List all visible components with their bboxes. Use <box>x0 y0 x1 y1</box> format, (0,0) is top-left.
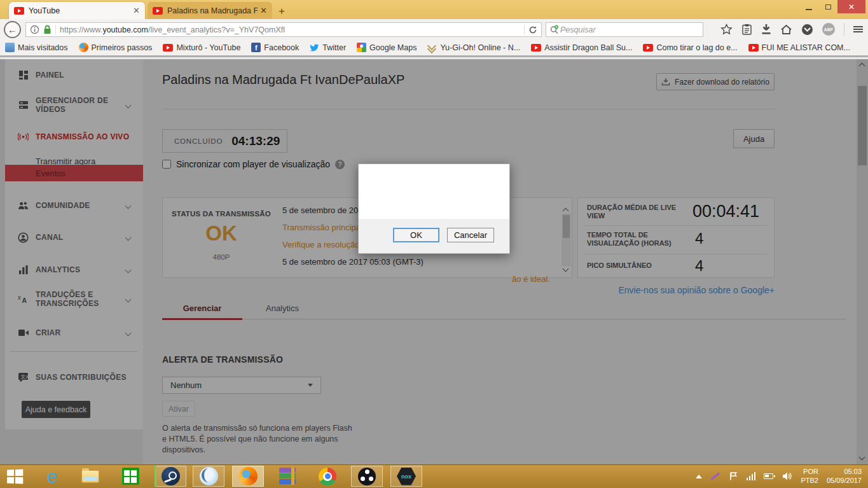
taskbar-obs-studio[interactable] <box>351 466 383 487</box>
tab-title: Paladins na Madrugada Ft Iv <box>167 6 258 15</box>
reload-icon[interactable] <box>528 25 537 34</box>
dialog-footer: OK Cancelar <box>359 219 509 253</box>
chrome-icon <box>319 468 336 485</box>
daemon-tools-icon <box>200 467 218 485</box>
bookmarks-bar: Mais visitados Primeiros passos Mixturô … <box>0 39 868 57</box>
tab-close-icon[interactable]: ✕ <box>133 6 140 15</box>
home-icon[interactable] <box>780 24 792 35</box>
tab-close-icon[interactable]: ✕ <box>260 6 267 15</box>
urlbar-separator <box>55 25 56 34</box>
new-tab-button[interactable]: + <box>279 5 285 18</box>
search-icon[interactable] <box>549 25 560 34</box>
yugioh-icon <box>427 43 437 52</box>
bookmarks-list-icon[interactable] <box>741 24 752 36</box>
windows-store-icon <box>122 468 139 485</box>
language-indicator[interactable]: POR PTB2 <box>801 468 818 485</box>
browser-titlebar: YouTube ✕ Paladins na Madrugada Ft Iv ✕ … <box>0 0 868 19</box>
pen-tray-icon[interactable] <box>710 475 720 477</box>
url-scheme: https://www. <box>60 25 102 34</box>
taskbar-windows-store[interactable] <box>114 466 146 487</box>
most-visited-icon <box>5 43 15 52</box>
twitter-icon <box>310 43 319 52</box>
battery-icon[interactable] <box>764 473 773 479</box>
volume-icon[interactable] <box>782 471 792 481</box>
network-signal-icon[interactable] <box>747 472 756 480</box>
youtube-favicon-icon <box>153 7 163 15</box>
browser-tab-youtube[interactable]: YouTube ✕ <box>9 2 145 19</box>
bookmark-mais-visitados[interactable]: Mais visitados <box>5 43 68 52</box>
bookmark-star-icon[interactable] <box>720 24 733 36</box>
navbar-icons: ABP <box>720 19 863 39</box>
restore-button[interactable] <box>818 0 837 14</box>
winrar-icon <box>279 468 296 485</box>
close-button[interactable]: ✕ <box>837 0 865 13</box>
browser-tab-paladins[interactable]: Paladins na Madrugada Ft Iv ✕ <box>148 2 272 19</box>
bookmark-facebook[interactable]: fFacebook <box>251 43 299 52</box>
urlbar-separator <box>524 25 525 34</box>
bookmark-fui-me-alistar[interactable]: FUI ME ALISTAR COM... <box>748 43 850 52</box>
search-box[interactable] <box>546 22 703 37</box>
clock[interactable]: 05:03 05/09/2017 <box>827 468 862 485</box>
taskbar-nox-player[interactable]: nox <box>390 466 422 487</box>
screen: YouTube ✕ Paladins na Madrugada Ft Iv ✕ … <box>0 0 868 488</box>
bookmark-dragon-ball[interactable]: Assistir Dragon Ball Su... <box>531 43 632 52</box>
modal-dim-overlay <box>0 59 868 464</box>
bookmark-google-maps[interactable]: Google Maps <box>357 43 417 52</box>
facebook-icon: f <box>251 43 261 52</box>
taskbar-chrome[interactable] <box>312 466 343 487</box>
window-controls: ✕ <box>799 0 865 14</box>
youtube-icon <box>163 44 173 52</box>
obs-studio-icon <box>358 468 376 485</box>
steam-icon <box>162 467 180 485</box>
youtube-icon <box>748 44 759 52</box>
back-button[interactable]: ← <box>4 21 21 38</box>
youtube-favicon-icon <box>14 7 24 15</box>
hidden-icons-chevron-icon[interactable] <box>696 475 702 478</box>
youtube-icon <box>531 44 541 52</box>
confirm-dialog: OK Cancelar <box>358 164 510 254</box>
taskbar-internet-explorer[interactable]: e <box>36 466 68 487</box>
bookmark-como-tirar-lag[interactable]: Como tirar o lag do e... <box>643 43 737 52</box>
cancel-button[interactable]: Cancelar <box>447 228 494 242</box>
url-domain: youtube.com <box>102 25 148 34</box>
firefox-icon <box>239 467 258 485</box>
url-bar[interactable]: https://www.youtube.com/live_event_analy… <box>25 22 542 37</box>
url-path: /live_event_analytics?v=_YhV7QomXfl <box>148 25 285 34</box>
bookmark-twitter[interactable]: Twitter <box>310 43 346 52</box>
internet-explorer-icon: e <box>47 467 58 486</box>
start-button[interactable] <box>7 469 23 484</box>
taskbar-file-explorer[interactable] <box>74 466 106 487</box>
tab-title: YouTube <box>29 6 130 15</box>
adblock-icon[interactable]: ABP <box>822 23 835 36</box>
firefox-icon <box>79 43 88 52</box>
nox-player-icon: nox <box>397 468 416 485</box>
ok-button[interactable]: OK <box>393 228 439 242</box>
bookmark-mixturo-youtube[interactable]: Mixturô - YouTube <box>163 43 240 52</box>
bookmark-yugioh[interactable]: Yu-Gi-Oh! Online - N... <box>427 43 520 52</box>
taskbar-daemon-tools[interactable] <box>193 466 224 487</box>
page-content: PAINEL GERENCIADOR DE VÍDEOS TRANSMISSÃO… <box>0 59 868 464</box>
taskbar-winrar[interactable] <box>272 466 303 487</box>
file-explorer-icon <box>81 470 99 483</box>
action-center-flag-icon[interactable] <box>729 471 738 481</box>
system-tray: POR PTB2 05:03 05/09/2017 <box>696 464 868 488</box>
search-input[interactable] <box>560 25 699 34</box>
youtube-icon <box>643 44 653 52</box>
downloads-icon[interactable] <box>761 24 771 35</box>
minimize-button[interactable] <box>799 0 818 14</box>
taskbar-firefox-active[interactable] <box>232 466 264 487</box>
taskbar-steam[interactable] <box>155 466 186 487</box>
menu-hamburger-icon[interactable] <box>853 25 863 34</box>
toolbar-separator <box>844 23 844 36</box>
bookmark-primeiros-passos[interactable]: Primeiros passos <box>79 43 153 52</box>
info-icon[interactable] <box>30 25 39 34</box>
google-maps-icon <box>357 43 366 52</box>
secure-lock-icon[interactable] <box>43 25 52 34</box>
pocket-icon[interactable] <box>801 24 813 36</box>
